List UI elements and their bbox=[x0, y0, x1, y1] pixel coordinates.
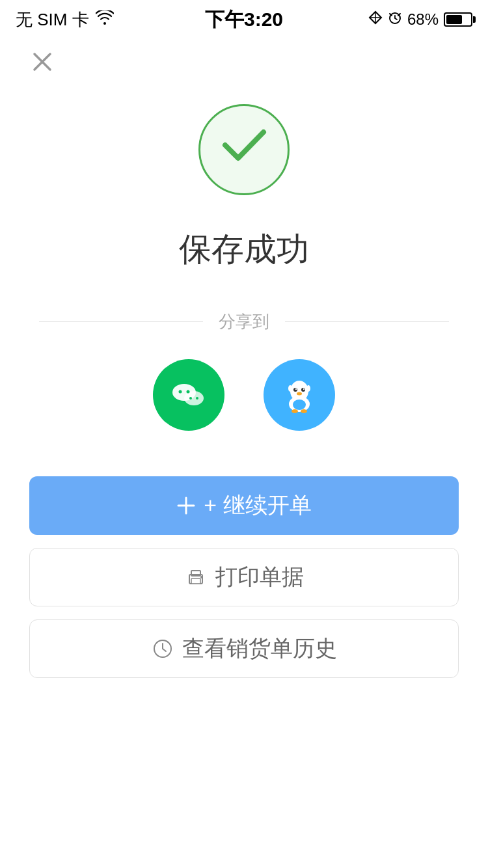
history-label: 查看销货单历史 bbox=[182, 634, 337, 664]
svg-point-7 bbox=[189, 397, 192, 400]
status-time: 下午3:20 bbox=[205, 7, 283, 33]
divider-left bbox=[39, 321, 203, 322]
carrier-text: 无 SIM 卡 bbox=[16, 8, 89, 31]
checkmark-icon bbox=[220, 122, 269, 175]
battery-percentage: 68% bbox=[407, 10, 439, 29]
share-label: 分享到 bbox=[203, 310, 285, 333]
status-left: 无 SIM 卡 bbox=[16, 8, 114, 31]
svg-point-17 bbox=[288, 385, 292, 392]
continue-button[interactable]: + 继续开单 bbox=[29, 476, 459, 535]
status-right: 68% bbox=[368, 10, 472, 29]
print-label: 打印单据 bbox=[215, 562, 304, 592]
print-icon bbox=[184, 565, 208, 589]
action-buttons: + 继续开单 打印单据 查看销货单历史 bbox=[29, 476, 459, 678]
svg-point-6 bbox=[186, 390, 189, 393]
close-icon bbox=[32, 51, 53, 72]
svg-point-14 bbox=[295, 388, 296, 389]
svg-point-18 bbox=[306, 385, 310, 392]
alarm-icon bbox=[388, 10, 402, 29]
svg-point-16 bbox=[297, 392, 302, 395]
svg-point-5 bbox=[178, 390, 182, 393]
qq-share-button[interactable] bbox=[264, 359, 335, 431]
svg-point-15 bbox=[303, 388, 304, 389]
location-icon bbox=[368, 10, 383, 29]
print-button[interactable]: 打印单据 bbox=[29, 548, 459, 606]
svg-point-20 bbox=[301, 409, 307, 413]
svg-point-26 bbox=[200, 576, 203, 578]
status-bar: 无 SIM 卡 下午3:20 68% bbox=[0, 0, 488, 39]
history-icon bbox=[151, 637, 174, 660]
main-content: 保存成功 分享到 bbox=[0, 39, 488, 678]
wechat-share-button[interactable] bbox=[153, 359, 224, 431]
success-title: 保存成功 bbox=[179, 228, 309, 271]
battery-icon bbox=[444, 12, 472, 27]
wifi-icon bbox=[96, 10, 114, 29]
svg-point-4 bbox=[184, 391, 204, 405]
qq-icon bbox=[278, 374, 321, 416]
svg-rect-25 bbox=[191, 578, 200, 584]
success-circle bbox=[198, 104, 290, 195]
divider-right bbox=[285, 321, 449, 322]
share-icons bbox=[153, 359, 335, 431]
close-button[interactable] bbox=[26, 46, 59, 78]
svg-point-11 bbox=[293, 400, 306, 410]
svg-point-12 bbox=[293, 388, 297, 392]
history-button[interactable]: 查看销货单历史 bbox=[29, 619, 459, 678]
plus-icon bbox=[176, 496, 196, 515]
share-section: 分享到 bbox=[0, 310, 488, 333]
svg-point-13 bbox=[301, 388, 305, 392]
wechat-icon bbox=[168, 374, 210, 416]
svg-point-8 bbox=[196, 397, 198, 400]
continue-label: + 继续开单 bbox=[204, 491, 311, 521]
svg-point-19 bbox=[291, 409, 298, 413]
